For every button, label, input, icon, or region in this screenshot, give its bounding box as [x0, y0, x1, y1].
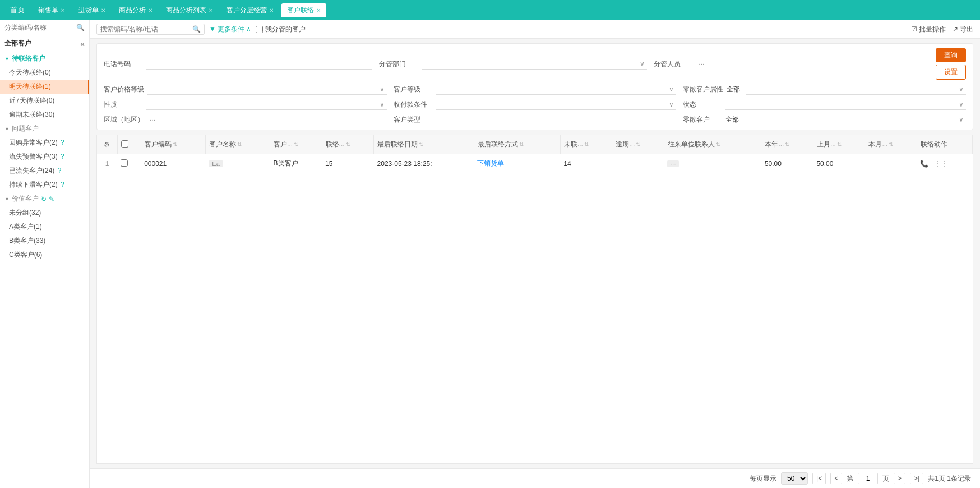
sidebar-item-churn-warning[interactable]: 流失预警客户(3) ?: [0, 150, 89, 164]
col-this-month[interactable]: 本月... ⇅: [865, 135, 917, 154]
per-page-select[interactable]: 50: [781, 472, 808, 485]
filter-level-select[interactable]: ∨: [436, 84, 677, 95]
nav-tab-customer-contact[interactable]: 客户联络 ✕: [281, 3, 326, 17]
my-customer-checkbox[interactable]: 我分管的客户: [256, 25, 306, 34]
filter-price-level: 客户价格等级 ∨: [104, 84, 387, 95]
toolbar: 🔍 ▼ 更多条件 ∧ 我分管的客户 ☑ 批量操作 ↗ 导出: [90, 20, 980, 39]
sidebar-item-churned[interactable]: 已流失客户(24) ?: [0, 164, 89, 178]
col-last-month[interactable]: 上月... ⇅: [813, 135, 865, 154]
refresh-icon[interactable]: ↻: [41, 195, 47, 203]
filter-type-label: 客户类型: [394, 115, 433, 125]
sort-icon: ⇅: [785, 141, 789, 148]
filter-scatter-select[interactable]: ∨: [746, 84, 966, 95]
cell-code: 000021: [141, 154, 205, 173]
sidebar-item-today[interactable]: 今天待联络(0): [0, 66, 89, 80]
sidebar-item-ungrouped[interactable]: 未分组(32): [0, 206, 89, 220]
sort-icon: ⇅: [636, 141, 640, 148]
sort-icon: ⇅: [584, 141, 589, 148]
next-page-button[interactable]: >: [894, 473, 905, 484]
sidebar-item-7days[interactable]: 近7天待联络(0): [0, 94, 89, 108]
cell-overdue: [612, 154, 664, 173]
filter-phone-input[interactable]: [146, 59, 372, 70]
my-customer-check[interactable]: [256, 26, 263, 33]
sidebar: 🔍 全部客户 « 待联络客户 今天待联络(0) 明天待联络(1) 近7天待联络(…: [0, 20, 90, 488]
sidebar-item-a-class[interactable]: A类客户(1): [0, 220, 89, 234]
chevron-down-icon: ∨: [640, 60, 645, 68]
sidebar-item-c-class[interactable]: C类客户(6): [0, 248, 89, 262]
close-icon[interactable]: ✕: [209, 7, 213, 13]
filter-manager-label: 分管人员: [654, 59, 693, 69]
col-not-linked[interactable]: 未联... ⇅: [560, 135, 612, 154]
col-overdue[interactable]: 逾期... ⇅: [612, 135, 664, 154]
search-input[interactable]: [100, 25, 190, 33]
sidebar-item-tomorrow[interactable]: 明天待联络(1): [0, 80, 89, 94]
action-more-icon[interactable]: ⋮⋮: [934, 160, 947, 168]
sidebar-item-declining[interactable]: 持续下滑客户(2) ?: [0, 178, 89, 192]
col-code[interactable]: 客户编码 ⇅: [141, 135, 205, 154]
sidebar-group-pending[interactable]: 待联络客户: [0, 52, 89, 66]
cell-name: Ea: [205, 154, 270, 173]
nav-tab-product-analysis[interactable]: 商品分析 ✕: [113, 3, 158, 17]
action-phone-icon[interactable]: 📞: [920, 160, 928, 168]
filter-manager-dots[interactable]: ···: [699, 60, 704, 68]
gear-icon[interactable]: ⚙: [104, 141, 110, 149]
nav-tab-sales[interactable]: 销售单 ✕: [33, 3, 71, 17]
filter-customer-type: 客户类型: [394, 114, 677, 125]
sidebar-all-customers[interactable]: 全部客户 «: [0, 35, 89, 52]
page-number-input[interactable]: [858, 473, 878, 484]
col-checkbox: [117, 135, 141, 154]
close-icon[interactable]: ✕: [316, 7, 321, 13]
col-unit-contact[interactable]: 往来单位联系人 ⇅: [664, 135, 761, 154]
query-button[interactable]: 查询: [936, 48, 966, 62]
cell-this-month: [865, 154, 917, 173]
search-icon[interactable]: 🔍: [76, 24, 85, 31]
footer: 每页显示 50 |< < 第 页 > >| 共1页 1条记录: [90, 468, 980, 488]
nav-home[interactable]: 首页: [4, 3, 30, 17]
close-icon[interactable]: ✕: [61, 7, 65, 13]
edit-icon[interactable]: ✎: [49, 195, 54, 203]
close-icon[interactable]: ✕: [101, 7, 105, 13]
filter-payment-select[interactable]: ∨: [436, 99, 677, 110]
prev-page-button[interactable]: <: [830, 473, 842, 484]
export-button[interactable]: ↗ 导出: [953, 25, 973, 34]
sidebar-item-b-class[interactable]: B类客户(33): [0, 234, 89, 248]
settings-button[interactable]: 设置: [936, 65, 966, 80]
filter-scatter-customer: 零散客户 全部 ∨: [683, 114, 966, 125]
col-name[interactable]: 客户名称 ⇅: [205, 135, 270, 154]
sidebar-group-problem[interactable]: 问题客户: [0, 122, 89, 136]
filter-nature-select[interactable]: ∨: [146, 99, 387, 110]
collapse-icon[interactable]: «: [80, 39, 85, 48]
col-contact[interactable]: 联络... ⇅: [322, 135, 374, 154]
col-this-year[interactable]: 本年... ⇅: [761, 135, 813, 154]
filter-icon: ▼: [209, 25, 216, 33]
filter-type-input[interactable]: [436, 114, 677, 125]
close-icon[interactable]: ✕: [148, 7, 152, 13]
search-icon[interactable]: 🔍: [192, 25, 201, 33]
filter-region-dots[interactable]: ···: [150, 116, 155, 124]
filter-scatter2-select[interactable]: ∨: [745, 114, 966, 125]
close-icon[interactable]: ✕: [269, 7, 274, 13]
sidebar-item-overdue[interactable]: 逾期未联络(30): [0, 108, 89, 122]
nav-tab-customer-layered[interactable]: 客户分层经营 ✕: [221, 3, 279, 17]
col-last-method[interactable]: 最后联络方式 ⇅: [474, 135, 560, 154]
col-settings[interactable]: ⚙: [97, 135, 117, 154]
batch-operation-button[interactable]: ☑ 批量操作: [911, 25, 946, 34]
filter-price-select[interactable]: ∨: [147, 84, 387, 95]
total-records: 共1页 1条记录: [928, 474, 971, 484]
filter-status-select[interactable]: ∨: [725, 99, 966, 110]
select-all-checkbox[interactable]: [121, 140, 128, 148]
last-method-link[interactable]: 下销货单: [477, 159, 504, 167]
col-last-date[interactable]: 最后联络日期 ⇅: [374, 135, 474, 154]
col-type[interactable]: 客户... ⇅: [270, 135, 322, 154]
last-page-button[interactable]: >|: [910, 473, 923, 484]
nav-tab-product-list[interactable]: 商品分析列表 ✕: [160, 3, 219, 17]
sidebar-item-repurchase-abnormal[interactable]: 回购异常客户(2) ?: [0, 136, 89, 150]
first-page-button[interactable]: |<: [812, 473, 826, 484]
sidebar-search-input[interactable]: [4, 24, 74, 31]
more-filter-button[interactable]: ▼ 更多条件 ∧: [209, 25, 251, 34]
sidebar-group-value[interactable]: 价值客户 ↻ ✎: [0, 192, 89, 206]
filter-nature: 性质 ∨: [104, 99, 387, 110]
filter-dept-select[interactable]: ∨: [422, 59, 648, 70]
row-checkbox[interactable]: [121, 159, 128, 167]
nav-tab-purchase[interactable]: 进货单 ✕: [73, 3, 111, 17]
